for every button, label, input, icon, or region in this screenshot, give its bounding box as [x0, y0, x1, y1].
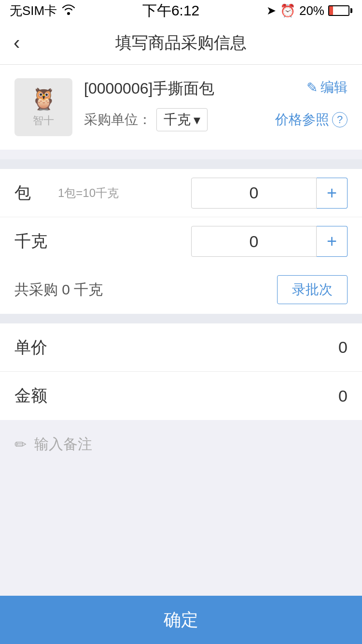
- section-divider-2: [0, 314, 362, 323]
- kg-quantity-input[interactable]: [191, 226, 317, 257]
- bag-sublabel: 1包=10千克: [58, 185, 119, 201]
- product-name: [0000006]手撕面包: [84, 78, 214, 99]
- product-header: [0000006]手撕面包 ✎ 编辑: [84, 78, 348, 99]
- input-section: 包 1包=10千克 + 千克 +: [0, 169, 362, 266]
- location-icon: ➤: [266, 4, 276, 17]
- bag-input-right: +: [191, 178, 348, 209]
- amount-value: 0: [338, 387, 348, 406]
- battery-icon: [328, 5, 352, 16]
- kg-input-right: +: [191, 226, 348, 257]
- battery-percent: 20%: [299, 3, 324, 18]
- batch-button[interactable]: 录批次: [277, 275, 348, 304]
- nav-bar: ‹ 填写商品采购信息: [0, 21, 362, 65]
- bag-label: 包: [14, 182, 53, 204]
- product-logo: 🦉 智十: [14, 78, 72, 136]
- kg-input-row: 千克 +: [0, 217, 362, 266]
- status-time: 下午6:12: [142, 1, 199, 21]
- amount-row: 金额 0: [0, 372, 362, 420]
- info-section: 单价 0 金额 0: [0, 323, 362, 420]
- wifi-icon: [62, 3, 75, 18]
- edit-icon: ✎: [306, 80, 318, 96]
- dropdown-arrow-icon: ▾: [194, 112, 200, 128]
- price-ref-button[interactable]: 价格参照 ?: [275, 111, 348, 129]
- notes-placeholder: 输入备注: [34, 434, 92, 454]
- edit-button[interactable]: ✎ 编辑: [306, 78, 348, 97]
- product-card: 🦉 智十 [0000006]手撕面包 ✎ 编辑 采购单位： 千克 ▾: [0, 65, 362, 150]
- logo-owl-icon: 🦉: [30, 86, 57, 112]
- kg-plus-button[interactable]: +: [317, 226, 348, 257]
- confirm-label: 确定: [164, 608, 198, 632]
- help-icon: ?: [332, 112, 348, 127]
- amount-label: 金额: [14, 385, 47, 407]
- alarm-icon: ⏰: [280, 3, 295, 18]
- bag-quantity-input[interactable]: [191, 178, 317, 209]
- status-left: 无SIM卡: [10, 2, 75, 19]
- status-right: ➤ ⏰ 20%: [266, 3, 352, 18]
- kg-label: 千克: [14, 230, 53, 252]
- price-row: 单价 0: [0, 323, 362, 372]
- unit-select[interactable]: 千克 ▾: [156, 108, 208, 131]
- carrier-text: 无SIM卡: [10, 2, 57, 19]
- product-unit-row: 采购单位： 千克 ▾ 价格参照 ?: [84, 108, 348, 131]
- confirm-button[interactable]: 确定: [0, 596, 362, 644]
- total-text: 共采购 0 千克: [14, 280, 103, 300]
- total-row: 共采购 0 千克 录批次: [0, 266, 362, 314]
- product-info: [0000006]手撕面包 ✎ 编辑 采购单位： 千克 ▾ 价格参照 ?: [84, 78, 348, 131]
- notes-area[interactable]: ✏ 输入备注: [0, 420, 362, 468]
- logo-text: 智十: [33, 113, 54, 128]
- bag-input-row: 包 1包=10千克 +: [0, 169, 362, 217]
- price-label: 单价: [14, 336, 47, 359]
- pencil-icon: ✏: [14, 436, 27, 453]
- status-bar: 无SIM卡 下午6:12 ➤ ⏰ 20%: [0, 0, 362, 21]
- back-button[interactable]: ‹: [14, 32, 20, 54]
- content: 🦉 智十 [0000006]手撕面包 ✎ 编辑 采购单位： 千克 ▾: [0, 65, 362, 644]
- bag-plus-button[interactable]: +: [317, 178, 348, 209]
- price-value: 0: [338, 338, 348, 357]
- section-divider-1: [0, 159, 362, 169]
- page-title: 填写商品采购信息: [115, 32, 247, 54]
- unit-label: 采购单位： 千克 ▾: [84, 108, 208, 131]
